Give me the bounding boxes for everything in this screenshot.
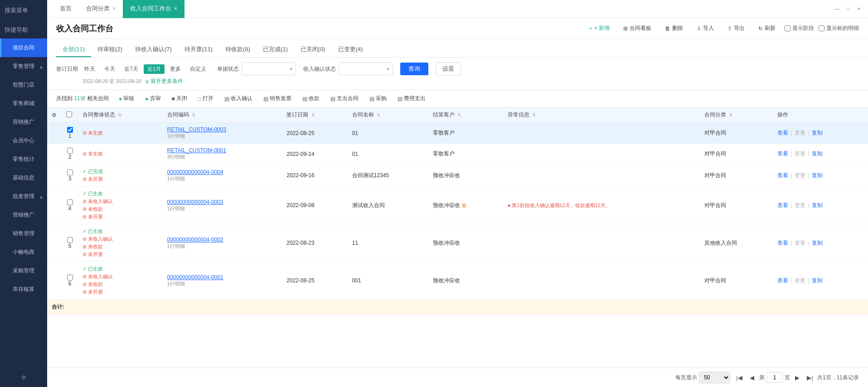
sidebar-search[interactable]: 搜索菜单	[0, 0, 47, 21]
sort-icon-name[interactable]: ⇅	[377, 112, 380, 117]
sidebar-item-mktg2[interactable]: 营销推广	[0, 206, 47, 224]
filter-tab-done[interactable]: 已完成(1)	[257, 43, 294, 57]
sidebar-item-project[interactable]: 项目合同	[0, 39, 47, 57]
op-变更-button[interactable]: 变更	[795, 202, 805, 208]
filter-tab-pending-invoice[interactable]: 待开票(11)	[178, 43, 219, 57]
sidebar-settings[interactable]: ⚙	[0, 368, 47, 387]
last-page-button[interactable]: ▶|	[805, 372, 815, 383]
sort-icon-category[interactable]: ⇅	[729, 112, 732, 117]
sidebar-item-smart[interactable]: 智慧门店	[0, 76, 47, 94]
op-变更-button[interactable]: 变更	[795, 130, 805, 136]
sort-icon-date[interactable]: ⇅	[311, 112, 315, 117]
sidebar-item-purchase[interactable]: 采购管理	[0, 261, 47, 280]
per-page-select[interactable]: 50 100 200	[699, 372, 730, 383]
sidebar-item-inventory[interactable]: 库存核算	[0, 280, 47, 299]
expand-conditions-button[interactable]: ∨ 展开更多条件	[145, 77, 859, 85]
contract-code-link[interactable]: 00000000000004-0001	[167, 274, 223, 281]
maximize-button[interactable]: □	[844, 5, 852, 13]
purchase-button[interactable]: ▤ 采购	[365, 93, 391, 104]
sidebar-item-member[interactable]: 会员中心	[0, 131, 47, 150]
op-查看-button[interactable]: 查看	[777, 277, 788, 284]
gear-icon-th[interactable]: ⚙	[52, 112, 57, 118]
sidebar-item-online[interactable]: 零售商城	[0, 94, 47, 113]
sort-icon-error[interactable]: ⇅	[532, 112, 536, 117]
tab-contract-type[interactable]: 合同分类 ×	[79, 0, 123, 18]
sidebar-item-base[interactable]: 基础信息	[0, 169, 47, 187]
contract-code-link[interactable]: 00000000000004-0004	[167, 169, 223, 175]
op-变更-button[interactable]: 变更	[795, 150, 805, 157]
filter-tab-all[interactable]: 全部(11)	[56, 43, 91, 57]
refresh-button[interactable]: ↻ 刷新	[754, 23, 780, 34]
delete-button[interactable]: 🗑 删除	[660, 23, 688, 34]
date-btn-1month[interactable]: 近1月	[144, 64, 165, 74]
row-checkbox[interactable]	[67, 127, 73, 133]
date-btn-custom[interactable]: 自定义	[186, 64, 210, 74]
tab-income-workbench[interactable]: 收入合同工作台 ×	[123, 0, 184, 18]
contract-code-link[interactable]: 00000000000004-0002	[167, 237, 223, 243]
income-confirm-select[interactable]	[339, 63, 393, 75]
op-查看-button[interactable]: 查看	[777, 150, 788, 157]
next-page-button[interactable]: ▶	[792, 372, 803, 383]
first-page-button[interactable]: |◀	[734, 372, 745, 383]
cost-out-button[interactable]: ▤ 费用支出	[393, 93, 430, 104]
op-查看-button[interactable]: 查看	[777, 202, 788, 208]
expense-contract-button[interactable]: ▤ 支出合同	[326, 93, 363, 104]
op-复制-button[interactable]: 复制	[812, 202, 823, 208]
query-button[interactable]: 查询	[400, 63, 428, 75]
close-button[interactable]: ×	[855, 5, 863, 13]
contract-code-link[interactable]: 00000000000004-0003	[167, 199, 223, 205]
new-button[interactable]: + + 新增	[585, 23, 614, 34]
select-all-checkbox[interactable]	[66, 111, 72, 117]
filter-tab-pending-payment[interactable]: 待收款(8)	[219, 43, 257, 57]
abandon-review-button[interactable]: ● 弃审	[141, 93, 165, 104]
sort-icon-customer[interactable]: ⇅	[457, 112, 461, 117]
doc-status-select[interactable]	[242, 63, 296, 75]
op-复制-button[interactable]: 复制	[812, 240, 823, 246]
contract-code-link[interactable]: RETAIL_CUSTOM-0001	[167, 147, 226, 154]
date-btn-7days[interactable]: 近7天	[121, 64, 142, 74]
filter-tab-pending-review[interactable]: 待审核(2)	[91, 43, 129, 57]
payment-button[interactable]: ▤ 收款	[298, 93, 324, 104]
show-fields-checkbox[interactable]: 显示阶段	[785, 24, 814, 32]
filter-tab-changed[interactable]: 已变更(4)	[332, 43, 369, 57]
sidebar-item-wholesale[interactable]: 批发管理 ▲	[0, 187, 47, 206]
export-button[interactable]: ⇧ 导出	[723, 23, 749, 34]
op-变更-button[interactable]: 变更	[795, 172, 805, 179]
sidebar-item-stats[interactable]: 零售统计	[0, 150, 47, 169]
filter-tab-closed[interactable]: 已关闭(0)	[294, 43, 332, 57]
op-查看-button[interactable]: 查看	[777, 172, 788, 179]
setting-button[interactable]: 设置	[436, 62, 461, 76]
show-detail-checkbox[interactable]: 显示标的明细	[819, 24, 859, 32]
op-复制-button[interactable]: 复制	[812, 150, 823, 157]
op-变更-button[interactable]: 变更	[795, 277, 805, 284]
op-复制-button[interactable]: 复制	[812, 277, 823, 284]
op-查看-button[interactable]: 查看	[777, 130, 788, 136]
sidebar-item-sales[interactable]: 销售管理	[0, 224, 47, 243]
row-checkbox[interactable]	[67, 148, 73, 154]
op-变更-button[interactable]: 变更	[795, 240, 805, 246]
close-contract-button[interactable]: ■ 关闭	[167, 93, 192, 104]
sales-invoice-button[interactable]: ▤ 销售发票	[259, 93, 296, 104]
filter-tab-pending-confirm[interactable]: 待收入确认(7)	[129, 43, 178, 57]
op-查看-button[interactable]: 查看	[777, 240, 788, 246]
sidebar-nav[interactable]: 快捷导航	[0, 21, 47, 39]
tab-close-income-workbench[interactable]: ×	[174, 5, 177, 12]
board-button[interactable]: ⊞ 合同看板	[619, 23, 656, 34]
tab-close-contract-type[interactable]: ×	[112, 5, 116, 12]
op-复制-button[interactable]: 复制	[812, 130, 823, 136]
sidebar-item-retail[interactable]: 零售管理 ▲	[0, 57, 47, 76]
sort-icon-code[interactable]: ⇅	[192, 112, 195, 117]
row-checkbox[interactable]	[67, 199, 73, 205]
row-checkbox[interactable]	[67, 275, 73, 281]
sidebar-item-ecom[interactable]: 小畅电商	[0, 243, 47, 261]
income-confirm-button[interactable]: ▤ 收入确认	[220, 93, 257, 104]
minimize-button[interactable]: —	[834, 5, 841, 13]
date-btn-yesterday[interactable]: 昨天	[81, 64, 99, 74]
sort-icon-status[interactable]: ⇅	[118, 112, 121, 117]
review-button[interactable]: ● 审核	[114, 93, 139, 104]
row-checkbox[interactable]	[67, 169, 73, 175]
page-input[interactable]	[766, 372, 783, 383]
open-contract-button[interactable]: □ 打开	[194, 93, 218, 104]
op-复制-button[interactable]: 复制	[812, 172, 823, 179]
sidebar-item-marketing[interactable]: 营销推广	[0, 113, 47, 131]
